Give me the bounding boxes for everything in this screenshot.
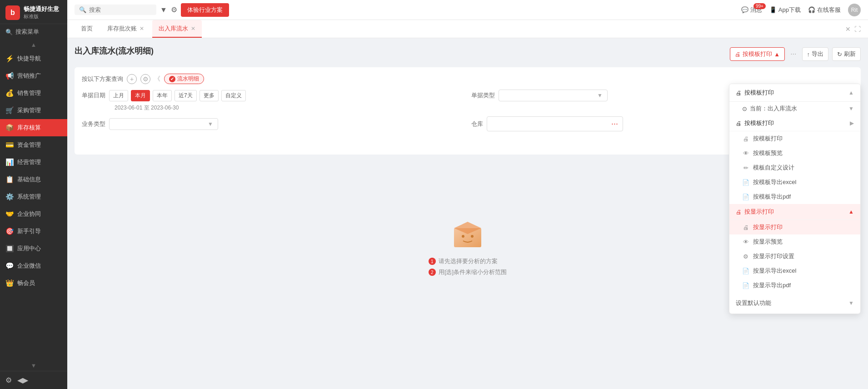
export-btn[interactable]: ↑ 导出 bbox=[802, 47, 829, 61]
sidebar-item-label: 营销推广 bbox=[17, 72, 41, 80]
enterprise-icon: 🤝 bbox=[5, 210, 14, 218]
dp-section-template-header[interactable]: 🖨 按模板打印 ▶ bbox=[729, 115, 860, 131]
date-filter-field: 单据日期 上月 本月 本年 近7天 更多 自定义 bbox=[82, 90, 464, 101]
tab-flow-close[interactable]: ✕ bbox=[191, 25, 195, 32]
sidebar-item-operations[interactable]: 📊 经营管理 bbox=[0, 154, 67, 171]
date-7days-btn[interactable]: 近7天 bbox=[175, 90, 197, 101]
dp-item-display-preview[interactable]: 👁 按显示预览 bbox=[729, 234, 860, 249]
dp-item-display-excel[interactable]: 📄 按显示导出excel bbox=[729, 264, 860, 278]
close-window-icon[interactable]: ✕ bbox=[845, 25, 851, 33]
sidebar-item-label: 企业协同 bbox=[17, 210, 41, 218]
tab-home[interactable]: 首页 bbox=[75, 20, 99, 38]
collapse-sidebar-icon[interactable]: ◀▶ bbox=[17, 376, 28, 384]
dp-section-display-header[interactable]: 🖨 按显示打印 ▲ bbox=[729, 204, 860, 219]
sidebar-item-inventory[interactable]: 📦 库存核算 bbox=[0, 119, 67, 136]
filter-tag[interactable]: ✔ 流水明细 bbox=[164, 74, 204, 84]
download-icon: 📱 bbox=[769, 6, 777, 13]
logo-icon: b bbox=[5, 5, 20, 20]
sidebar-item-sales[interactable]: 💰 销售管理 bbox=[0, 85, 67, 102]
dp-item-display-pdf[interactable]: 📄 按显示导出pdf bbox=[729, 278, 860, 293]
tab-flow[interactable]: 出入库流水 ✕ bbox=[152, 20, 202, 38]
print-template-btn[interactable]: 🖨 按模板打印 ▲ bbox=[730, 47, 785, 61]
app-download-btn[interactable]: 📱 App下载 bbox=[769, 6, 801, 14]
dp-item-display-preview-icon: 👁 bbox=[742, 238, 749, 245]
header-search-input[interactable] bbox=[89, 6, 144, 13]
dp-item-display-print[interactable]: 🖨 按显示打印 bbox=[729, 220, 860, 234]
dp-item-preview-icon: 👁 bbox=[742, 150, 749, 157]
tab-batch-close[interactable]: ✕ bbox=[140, 25, 144, 32]
sidebar-item-apps[interactable]: 🔲 应用中心 bbox=[0, 240, 67, 257]
sidebar-item-enterprise[interactable]: 🤝 企业协同 bbox=[0, 205, 67, 223]
settings-footer-icon[interactable]: ⚙ bbox=[5, 376, 12, 384]
sidebar-item-guide[interactable]: 🎯 新手引导 bbox=[0, 223, 67, 240]
sidebar-item-basics[interactable]: 📋 基础信息 bbox=[0, 171, 67, 188]
more-dots[interactable]: ··· bbox=[790, 50, 796, 58]
dp-current-arrow[interactable]: ▼ bbox=[848, 105, 854, 112]
tab-batch[interactable]: 库存批次账 ✕ bbox=[101, 20, 150, 38]
purchase-icon: 🛒 bbox=[5, 106, 14, 115]
filter-settings-btn[interactable]: ⚙ bbox=[140, 74, 150, 84]
dp-header-arrow[interactable]: ▲ bbox=[848, 90, 854, 96]
warehouse-more-btn[interactable]: ··· bbox=[611, 119, 618, 129]
scroll-down[interactable]: ▼ bbox=[0, 360, 67, 371]
message-btn[interactable]: 💬 消息 99+ bbox=[741, 6, 762, 14]
sidebar-item-label: 企业微信 bbox=[17, 262, 41, 270]
user-avatar-btn[interactable]: Rit bbox=[848, 4, 861, 16]
basics-icon: 📋 bbox=[5, 175, 14, 184]
sidebar-item-label: 销售管理 bbox=[17, 89, 41, 97]
header-settings-btn[interactable]: ⚙ bbox=[171, 5, 177, 14]
marketing-icon: 📢 bbox=[5, 72, 14, 80]
dp-section-display: 🖨 按显示打印 ▲ bbox=[729, 204, 860, 220]
page-header-actions: 🖨 按模板打印 ▲ ··· ↑ 导出 ↻ 刷新 bbox=[730, 47, 861, 61]
sidebar-item-label: 新手引导 bbox=[17, 227, 41, 235]
dp-item-template-pdf[interactable]: 📄 按模板导出pdf bbox=[729, 190, 860, 204]
online-service-btn[interactable]: 🎧 在线客服 bbox=[808, 6, 841, 14]
scroll-up[interactable]: ▲ bbox=[0, 40, 67, 50]
page-header: 出入库流水(流水明细) 🖨 按模板打印 ▲ ··· ↑ 导出 ↻ 刷新 bbox=[75, 45, 861, 63]
dp-item-template-preview[interactable]: 👁 按模板预览 bbox=[729, 146, 860, 160]
sidebar-item-vip[interactable]: 👑 畅会员 bbox=[0, 274, 67, 292]
trial-btn[interactable]: 体验行业方案 bbox=[181, 3, 229, 17]
apps-icon: 🔲 bbox=[5, 244, 14, 253]
sidebar-item-system[interactable]: ⚙️ 系统管理 bbox=[0, 188, 67, 205]
dp-item-display-settings[interactable]: ⚙ 按显示打印设置 bbox=[729, 249, 860, 264]
empty-image bbox=[447, 209, 488, 250]
sidebar-item-wechat[interactable]: 💬 企业微信 bbox=[0, 257, 67, 274]
sidebar-item-finance[interactable]: 💳 资金管理 bbox=[0, 136, 67, 154]
warehouse-select[interactable]: ··· bbox=[487, 116, 623, 131]
date-this-year-btn[interactable]: 本年 bbox=[153, 90, 172, 101]
date-more-btn[interactable]: 更多 bbox=[200, 90, 219, 101]
user-avatar: Rit bbox=[848, 4, 861, 16]
business-type-select[interactable]: ▼ bbox=[109, 118, 218, 130]
dp-footer-arrow: ▼ bbox=[848, 300, 854, 306]
dp-item-template-custom[interactable]: ✏ 模板自定义设计 bbox=[729, 160, 860, 175]
header-right: 💬 消息 99+ 📱 App下载 🎧 在线客服 Rit bbox=[741, 4, 861, 16]
dp-section-template-icon: 🖨 bbox=[736, 120, 742, 127]
dp-footer-defaults[interactable]: 设置默认功能 ▼ bbox=[736, 296, 854, 310]
vip-icon: 👑 bbox=[5, 279, 14, 287]
header-search-box[interactable]: 🔍 bbox=[75, 5, 156, 15]
chevron-up-icon: ▲ bbox=[774, 51, 780, 58]
filter-add-btn[interactable]: + bbox=[127, 74, 137, 84]
wechat-icon: 💬 bbox=[5, 262, 14, 270]
refresh-btn[interactable]: ↻ 刷新 bbox=[832, 47, 861, 61]
sidebar-footer: ⚙ ◀▶ bbox=[0, 371, 67, 389]
sidebar-item-label: 库存核算 bbox=[17, 124, 41, 132]
expand-window-icon[interactable]: ⛶ bbox=[854, 25, 861, 33]
date-custom-btn[interactable]: 自定义 bbox=[221, 90, 246, 101]
header-dropdown-btn[interactable]: ▼ bbox=[160, 6, 167, 14]
date-last-month-btn[interactable]: 上月 bbox=[109, 90, 128, 101]
header-left: 🔍 ▼ ⚙ 体验行业方案 bbox=[75, 3, 229, 17]
sidebar-item-purchase[interactable]: 🛒 采购管理 bbox=[0, 102, 67, 119]
date-this-month-btn[interactable]: 本月 bbox=[131, 90, 150, 101]
doc-type-select[interactable]: ▼ bbox=[499, 90, 608, 101]
sidebar-item-marketing[interactable]: 📢 营销推广 bbox=[0, 67, 67, 85]
sidebar-item-quick-nav[interactable]: ⚡ 快捷导航 bbox=[0, 50, 67, 67]
sidebar-search[interactable]: 🔍 搜索菜单 bbox=[0, 24, 67, 40]
empty-svg bbox=[447, 209, 488, 250]
message-icon: 💬 bbox=[741, 6, 748, 13]
print-icon: 🖨 bbox=[735, 51, 741, 58]
dp-item-template-print[interactable]: 🖨 按模板打印 bbox=[729, 131, 860, 146]
filter-collapse-btn[interactable]: 《 bbox=[154, 75, 160, 83]
dp-item-template-excel[interactable]: 📄 按模板导出excel bbox=[729, 175, 860, 190]
